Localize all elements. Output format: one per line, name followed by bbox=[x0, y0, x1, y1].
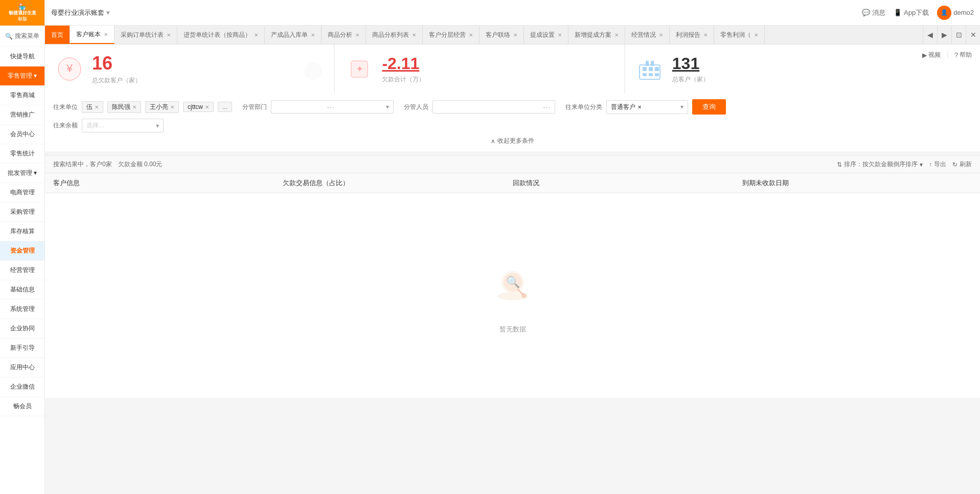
stat-bg-circle: ● bbox=[301, 46, 326, 93]
tab-product-analysis-list[interactable]: 商品分析列表 ✕ bbox=[366, 26, 423, 44]
result-arrears: 欠款金额 0.00元 bbox=[118, 160, 163, 169]
export-label: 导出 bbox=[934, 160, 946, 169]
sidebar-item-system[interactable]: 系统管理 bbox=[0, 300, 44, 319]
sidebar-item-member[interactable]: 会员中心 bbox=[0, 125, 44, 144]
sidebar-item-new-guide[interactable]: 新手引导 bbox=[0, 339, 44, 358]
tab-business-situation[interactable]: 经营情况 ✕ bbox=[625, 26, 670, 44]
sidebar: 🏪 畅捷通好生意 标版 🔍 搜索菜单 快捷导航 零售管理 ▾ 零售商城 营销推广… bbox=[0, 0, 45, 494]
filter-tags-more[interactable]: ... bbox=[218, 102, 232, 112]
user-menu[interactable]: 👤 demo2 bbox=[937, 6, 974, 20]
sidebar-item-finance[interactable]: 资金管理 bbox=[0, 241, 44, 261]
search-button[interactable]: 查询 bbox=[692, 99, 726, 115]
tab-customer-account-close[interactable]: ✕ bbox=[104, 32, 108, 37]
refresh-icon: ↻ bbox=[952, 161, 958, 168]
tab-scroll-right[interactable]: ▶ bbox=[937, 26, 951, 44]
sidebar-item-enterprise-wechat[interactable]: 企业微信 bbox=[0, 377, 44, 397]
refresh-button[interactable]: ↻ 刷新 bbox=[952, 160, 972, 169]
app-download-button[interactable]: 📱 App下载 bbox=[894, 8, 929, 17]
tab-customer-contact[interactable]: 客户联络 ✕ bbox=[480, 26, 524, 44]
search-menu-button[interactable]: 🔍 搜索菜单 bbox=[3, 30, 41, 42]
tab-home[interactable]: 首页 bbox=[45, 26, 70, 44]
sidebar-item-purchase[interactable]: 采购管理 bbox=[0, 203, 44, 222]
svg-text:¥: ¥ bbox=[66, 62, 73, 75]
export-icon: ↑ bbox=[929, 161, 932, 168]
dept-select[interactable]: ··· ▾ bbox=[271, 100, 394, 114]
sidebar-item-basic-info[interactable]: 基础信息 bbox=[0, 280, 44, 300]
tab-customer-segment-close[interactable]: ✕ bbox=[469, 32, 473, 38]
tab-product-inbound-close[interactable]: ✕ bbox=[311, 32, 315, 38]
tab-purchase-order-close[interactable]: ✕ bbox=[167, 32, 171, 38]
tab-customer-contact-close[interactable]: ✕ bbox=[513, 32, 517, 38]
sidebar-item-member-plus[interactable]: 畅会员 bbox=[0, 397, 44, 416]
dept-more-dots[interactable]: ··· bbox=[327, 103, 335, 111]
filter-tag-3-close[interactable]: ✕ bbox=[170, 104, 174, 110]
tab-customer-segment[interactable]: 客户分层经营 ✕ bbox=[423, 26, 480, 44]
tab-new-promotion-close[interactable]: ✕ bbox=[614, 32, 619, 38]
tab-business-situation-close[interactable]: ✕ bbox=[659, 32, 663, 38]
tab-product-inbound[interactable]: 产成品入库单 ✕ bbox=[265, 26, 322, 44]
filter-tag-1-close[interactable]: ✕ bbox=[95, 104, 99, 110]
person-more-dots[interactable]: ··· bbox=[543, 103, 551, 111]
stat-all-label: 总客户（家） bbox=[672, 75, 709, 84]
account-name: 母婴行业演示账套 bbox=[51, 8, 104, 17]
sidebar-item-ecommerce[interactable]: 电商管理 bbox=[0, 183, 44, 203]
help-link[interactable]: ? 帮助 bbox=[954, 51, 972, 59]
export-button[interactable]: ↑ 导出 bbox=[929, 160, 946, 169]
collapse-button[interactable]: ∧ 收起更多条件 bbox=[491, 137, 534, 145]
account-selector[interactable]: 母婴行业演示账套 ▾ bbox=[51, 8, 110, 17]
filter-tag-2-close[interactable]: ✕ bbox=[132, 104, 136, 110]
tab-new-promotion-label: 新增提成方案 bbox=[575, 31, 611, 39]
tab-business-situation-label: 经营情况 bbox=[631, 31, 656, 39]
sidebar-item-wholesale[interactable]: 批发管理 ▾ bbox=[0, 164, 44, 183]
tab-product-analysis-list-close[interactable]: ✕ bbox=[412, 32, 416, 38]
tab-promotion-settings[interactable]: 提成设置 ✕ bbox=[524, 26, 568, 44]
tab-close-all[interactable]: ✕ bbox=[966, 26, 980, 44]
category-tag-close[interactable]: ✕ bbox=[637, 104, 642, 110]
tab-retail-profit[interactable]: 零售利润（ ✕ bbox=[714, 26, 765, 44]
sidebar-item-inventory[interactable]: 库存核算 bbox=[0, 222, 44, 241]
tab-purchase-stats-close[interactable]: ✕ bbox=[254, 32, 258, 38]
tab-product-analysis-close[interactable]: ✕ bbox=[355, 32, 359, 38]
stat-all-icon bbox=[635, 55, 664, 83]
stat-arrears-info: -2.11 欠款合计（万） bbox=[382, 54, 425, 84]
sidebar-item-retail-stats[interactable]: 零售统计 bbox=[0, 144, 44, 164]
video-link[interactable]: ▶ 视频 bbox=[922, 51, 941, 59]
tab-new-promotion[interactable]: 新增提成方案 ✕ bbox=[568, 26, 625, 44]
sidebar-item-enterprise-coop[interactable]: 企业协同 bbox=[0, 319, 44, 339]
sidebar-item-retail[interactable]: 零售管理 ▾ bbox=[0, 66, 44, 86]
stats-wrapper: ¥ 16 总欠款客户（家） ● ✦ bbox=[45, 44, 980, 93]
filter-tag-4: cjttcw ✕ bbox=[183, 102, 214, 112]
tab-promotion-settings-close[interactable]: ✕ bbox=[558, 32, 562, 38]
tab-purchase-stats[interactable]: 进货单统计表（按商品） ✕ bbox=[177, 26, 265, 44]
sidebar-item-operations[interactable]: 经营管理 bbox=[0, 261, 44, 280]
search-icon: 🔍 bbox=[5, 33, 13, 40]
sidebar-item-quick-nav[interactable]: 快捷导航 bbox=[0, 47, 44, 66]
balance-select[interactable]: 选择... ▾ bbox=[82, 119, 164, 132]
category-dropdown-arrow: ▾ bbox=[680, 103, 683, 110]
topbar-right: 💬 消息 📱 App下载 👤 demo2 bbox=[862, 6, 974, 20]
message-button[interactable]: 💬 消息 bbox=[862, 8, 885, 17]
tab-nav-buttons: ◀ ▶ ⊡ ✕ bbox=[923, 26, 980, 44]
tab-profit-report[interactable]: 利润报告 ✕ bbox=[670, 26, 714, 44]
svg-rect-11 bbox=[646, 61, 649, 66]
sort-button[interactable]: ⇅ 排序：按欠款金额倒序排序 ▾ bbox=[837, 160, 923, 169]
tab-purchase-order-label: 采购订单统计表 bbox=[121, 31, 164, 39]
svg-rect-9 bbox=[649, 73, 653, 76]
tab-maximize[interactable]: ⊡ bbox=[951, 26, 966, 44]
tab-purchase-stats-label: 进货单统计表（按商品） bbox=[184, 31, 251, 39]
tab-scroll-left[interactable]: ◀ bbox=[923, 26, 937, 44]
tab-profit-report-close[interactable]: ✕ bbox=[703, 32, 708, 38]
sidebar-item-app-center[interactable]: 应用中心 bbox=[0, 358, 44, 377]
filter-row-2: 往来余额 选择... ▾ bbox=[53, 119, 972, 132]
sidebar-item-retail-shop[interactable]: 零售商城 bbox=[0, 86, 44, 105]
tab-retail-profit-close[interactable]: ✕ bbox=[754, 32, 758, 38]
sidebar-item-marketing[interactable]: 营销推广 bbox=[0, 105, 44, 125]
tab-product-analysis[interactable]: 商品分析 ✕ bbox=[322, 26, 366, 44]
person-select[interactable]: ··· bbox=[432, 100, 555, 114]
dept-filter-label: 分管部门 bbox=[242, 103, 267, 111]
tab-purchase-order[interactable]: 采购订单统计表 ✕ bbox=[115, 26, 177, 44]
category-select[interactable]: 普通客户 ✕ ▾ bbox=[606, 100, 688, 114]
topbar: 母婴行业演示账套 ▾ 💬 消息 📱 App下载 👤 demo2 bbox=[45, 0, 980, 26]
filter-tag-4-close[interactable]: ✕ bbox=[205, 104, 209, 110]
tab-customer-account[interactable]: 客户账本 ✕ bbox=[70, 26, 115, 44]
